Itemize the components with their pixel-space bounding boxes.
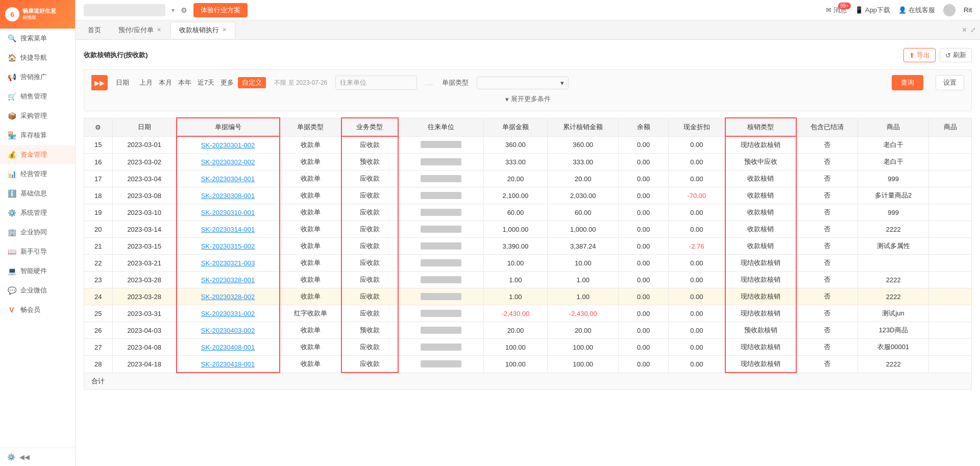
sidebar-label-guide: 新手引导 bbox=[20, 247, 47, 256]
cell-goods1-2: 999 bbox=[858, 170, 929, 187]
page-title: 收款核销执行(按收款) bbox=[84, 51, 148, 60]
cell-incleared-12: 否 bbox=[796, 339, 857, 356]
cell-date-6: 2023-03-15 bbox=[112, 238, 176, 255]
cell-cashdisc-8: 0.00 bbox=[668, 272, 725, 288]
cell-docno-13[interactable]: SK-20230418-001 bbox=[177, 356, 280, 373]
cell-writeofftype-2: 收款核销 bbox=[725, 170, 796, 187]
industry-solution-button[interactable]: 体验行业方案 bbox=[193, 3, 248, 17]
cell-docno-12[interactable]: SK-20230408-001 bbox=[177, 339, 280, 356]
cell-balance-2: 0.00 bbox=[619, 170, 669, 187]
cell-docno-0[interactable]: SK-20230301-002 bbox=[177, 136, 280, 154]
sidebar-label-sales: 销售管理 bbox=[20, 92, 47, 101]
table-row: 18 2023-03-08 SK-20230308-001 收款单 应收款 2,… bbox=[84, 187, 972, 204]
col-partner-header: 往来单位 bbox=[398, 118, 483, 136]
sidebar: 6 畅康道好生意 标推版 🔍 搜索菜单 🏠 快捷导航 📢 营销推广 🛒 销售管理… bbox=[0, 0, 76, 466]
sidebar-nav: 🔍 搜索菜单 🏠 快捷导航 📢 营销推广 🛒 销售管理 📦 采购管理 🏪 库存核… bbox=[0, 29, 75, 448]
cell-num-4: 19 bbox=[84, 204, 113, 221]
date-more-button[interactable]: 更多 bbox=[218, 77, 236, 88]
cell-docno-4[interactable]: SK-20230310-001 bbox=[177, 204, 280, 221]
cell-doctype-1: 收款单 bbox=[280, 154, 341, 170]
app-icon: 📱 bbox=[855, 6, 863, 14]
sidebar-item-sales[interactable]: 🛒 销售管理 bbox=[0, 87, 75, 106]
sidebar-item-system[interactable]: ⚙️ 系统管理 bbox=[0, 203, 75, 223]
sidebar-item-marketing[interactable]: 📢 营销推广 bbox=[0, 67, 75, 87]
cell-partner-7 bbox=[398, 255, 483, 272]
sidebar-item-guide[interactable]: 📖 新手引导 bbox=[0, 242, 75, 261]
sidebar-item-corp[interactable]: 🏢 企业协同 bbox=[0, 223, 75, 242]
sidebar-item-hardware[interactable]: 💻 智能硬件 bbox=[0, 261, 75, 281]
tab-prepay[interactable]: 预付/应付单 ✕ bbox=[110, 22, 169, 38]
tab-close-all-icon[interactable]: ✕ bbox=[962, 26, 967, 34]
cell-num-11: 26 bbox=[84, 322, 113, 339]
cell-docno-7[interactable]: SK-20230321-003 bbox=[177, 255, 280, 272]
cell-docno-8[interactable]: SK-20230328-001 bbox=[177, 272, 280, 288]
sidebar-item-basic[interactable]: ℹ️ 基础信息 bbox=[0, 184, 75, 203]
cell-balance-4: 0.00 bbox=[619, 204, 669, 221]
sidebar-item-quicknav[interactable]: 🏠 快捷导航 bbox=[0, 48, 75, 67]
cell-docno-3[interactable]: SK-20230308-001 bbox=[177, 187, 280, 204]
cell-docno-5[interactable]: SK-20230314-001 bbox=[177, 221, 280, 238]
doctype-select[interactable]: ▾ bbox=[477, 77, 569, 89]
cell-cashdisc-1: 0.00 bbox=[668, 154, 725, 170]
table-row: 28 2023-04-18 SK-20230418-001 收款单 应收款 10… bbox=[84, 356, 972, 373]
sidebar-item-wechat[interactable]: 💬 企业微信 bbox=[0, 281, 75, 300]
topbar-search-bar[interactable] bbox=[84, 4, 165, 16]
col-settings-header[interactable]: ⚙ bbox=[84, 118, 113, 136]
date-this-month-button[interactable]: 本月 bbox=[157, 77, 174, 88]
date-7days-button[interactable]: 近7天 bbox=[195, 77, 216, 88]
refresh-button[interactable]: ↺ 刷新 bbox=[940, 48, 972, 62]
tab-writeoff-close-icon[interactable]: ✕ bbox=[222, 27, 227, 33]
partner-input[interactable]: 往来单位 bbox=[335, 76, 417, 90]
purchase-nav-icon: 📦 bbox=[7, 112, 16, 120]
cell-balance-9: 0.00 bbox=[619, 288, 669, 305]
export-button[interactable]: ⬆ 导出 bbox=[903, 48, 936, 62]
query-button[interactable]: 查询 bbox=[892, 75, 923, 90]
sidebar-item-inventory[interactable]: 🏪 库存核算 bbox=[0, 126, 75, 145]
sidebar-item-member[interactable]: V 畅会员 bbox=[0, 300, 75, 320]
cell-docno-11[interactable]: SK-20230403-002 bbox=[177, 322, 280, 339]
user-avatar[interactable] bbox=[943, 4, 955, 16]
cell-writeoff-12: 100.00 bbox=[548, 339, 619, 356]
cell-docno-6[interactable]: SK-20230315-002 bbox=[177, 238, 280, 255]
date-filter-label: 日期 bbox=[116, 78, 129, 87]
tab-prepay-close-icon[interactable]: ✕ bbox=[157, 27, 161, 33]
date-custom-button[interactable]: 自定义 bbox=[238, 77, 266, 88]
cell-incleared-10: 否 bbox=[796, 305, 857, 322]
sidebar-item-purchase[interactable]: 📦 采购管理 bbox=[0, 106, 75, 126]
sidebar-item-operations[interactable]: 📊 经营管理 bbox=[0, 164, 75, 184]
sidebar-item-search[interactable]: 🔍 搜索菜单 bbox=[0, 29, 75, 48]
cell-biztype-10: 应收款 bbox=[341, 305, 398, 322]
cell-incleared-8: 否 bbox=[796, 272, 857, 288]
cell-biztype-13: 应收款 bbox=[341, 356, 398, 373]
date-range-display: 不限 至 2023-07-26 bbox=[274, 79, 327, 87]
collapse-icon[interactable]: ◀◀ bbox=[19, 453, 30, 461]
online-service-button[interactable]: 👤 在线客服 bbox=[898, 6, 935, 15]
sidebar-item-finance[interactable]: 💰 资金管理 bbox=[0, 145, 75, 164]
settings-icon[interactable]: ⚙️ bbox=[7, 453, 15, 461]
expand-more-conditions[interactable]: ▾ 展开更多条件 bbox=[91, 92, 964, 106]
tab-home[interactable]: 首页 bbox=[80, 22, 109, 38]
cell-goods1-7 bbox=[858, 255, 929, 272]
date-this-year-button[interactable]: 本年 bbox=[176, 77, 193, 88]
cell-writeoff-3: 2,030.00 bbox=[548, 187, 619, 204]
cell-docno-9[interactable]: SK-20230328-002 bbox=[177, 288, 280, 305]
filter-expand-button[interactable]: ▶▶ bbox=[91, 75, 108, 90]
cell-biztype-0: 应收款 bbox=[341, 136, 398, 154]
cell-biztype-8: 应收款 bbox=[341, 272, 398, 288]
cell-num-3: 18 bbox=[84, 187, 113, 204]
cell-cashdisc-2: 0.00 bbox=[668, 170, 725, 187]
setting-button[interactable]: 设置 bbox=[936, 75, 964, 90]
tab-writeoff[interactable]: 收款核销执行 ✕ bbox=[170, 22, 235, 38]
date-last-month-button[interactable]: 上月 bbox=[137, 77, 155, 88]
cell-docno-1[interactable]: SK-20230302-002 bbox=[177, 154, 280, 170]
app-download-button[interactable]: 📱 App下载 bbox=[855, 6, 890, 15]
topbar-gear-icon[interactable]: ⚙ bbox=[181, 6, 187, 14]
tab-fullscreen-icon[interactable]: ⤢ bbox=[970, 26, 976, 34]
filter-bar: ▶▶ 日期 上月 本月 本年 近7天 更多 自定义 不限 至 2023-07-2… bbox=[84, 69, 972, 111]
cell-goods1-6: 测试多属性 bbox=[858, 238, 929, 255]
cell-docno-10[interactable]: SK-20230331-002 bbox=[177, 305, 280, 322]
col-doctype-header: 单据类型 bbox=[280, 118, 341, 136]
cell-num-1: 16 bbox=[84, 154, 113, 170]
message-button[interactable]: ✉ 消息 99+ bbox=[826, 6, 847, 15]
cell-docno-2[interactable]: SK-20230304-001 bbox=[177, 170, 280, 187]
